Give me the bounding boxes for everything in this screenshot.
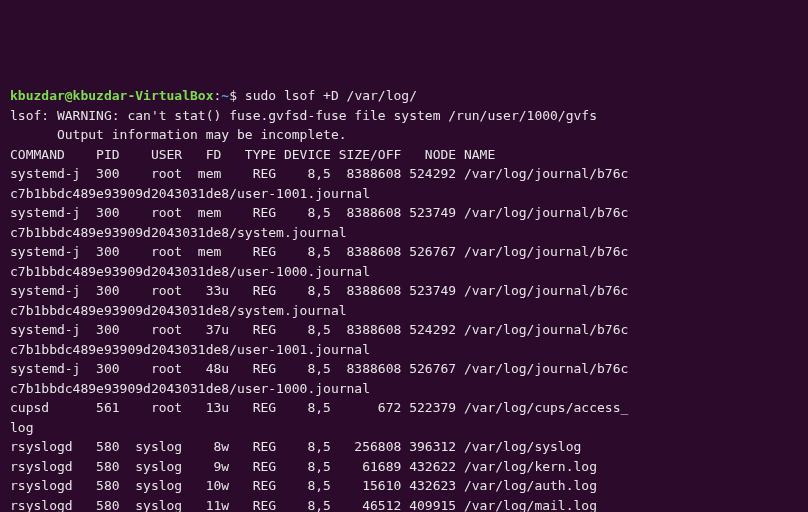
lsof-row-wrap: c7b1bbdc489e93909d2043031de8/system.jour…	[10, 303, 347, 318]
lsof-row: systemd-j 300 root 33u REG 8,5 8388608 5…	[10, 283, 628, 298]
lsof-row: rsyslogd 580 syslog 8w REG 8,5 256808 39…	[10, 439, 581, 454]
lsof-row: systemd-j 300 root 48u REG 8,5 8388608 5…	[10, 361, 628, 376]
lsof-row: systemd-j 300 root mem REG 8,5 8388608 5…	[10, 205, 628, 220]
lsof-row-wrap: c7b1bbdc489e93909d2043031de8/user-1000.j…	[10, 381, 370, 396]
prompt-suffix: $	[229, 88, 245, 103]
lsof-row-wrap: c7b1bbdc489e93909d2043031de8/system.jour…	[10, 225, 347, 240]
lsof-row-wrap: c7b1bbdc489e93909d2043031de8/user-1001.j…	[10, 342, 370, 357]
lsof-row-wrap: c7b1bbdc489e93909d2043031de8/user-1001.j…	[10, 186, 370, 201]
lsof-row: cupsd 561 root 13u REG 8,5 672 522379 /v…	[10, 400, 628, 415]
lsof-row-wrap: c7b1bbdc489e93909d2043031de8/user-1000.j…	[10, 264, 370, 279]
lsof-warning-line1: lsof: WARNING: can't stat() fuse.gvfsd-f…	[10, 108, 597, 123]
lsof-row: rsyslogd 580 syslog 11w REG 8,5 46512 40…	[10, 498, 597, 513]
lsof-row: rsyslogd 580 syslog 10w REG 8,5 15610 43…	[10, 478, 597, 493]
lsof-header: COMMAND PID USER FD TYPE DEVICE SIZE/OFF…	[10, 147, 495, 162]
lsof-row: rsyslogd 580 syslog 9w REG 8,5 61689 432…	[10, 459, 597, 474]
lsof-row: systemd-j 300 root 37u REG 8,5 8388608 5…	[10, 322, 628, 337]
terminal-prompt: kbuzdar@kbuzdar-VirtualBox:~$	[10, 88, 245, 103]
lsof-row-wrap: log	[10, 420, 33, 435]
lsof-output: systemd-j 300 root mem REG 8,5 8388608 5…	[10, 164, 798, 512]
prompt-path: ~	[221, 88, 229, 103]
lsof-row: systemd-j 300 root mem REG 8,5 8388608 5…	[10, 244, 628, 259]
lsof-warning-line2: Output information may be incomplete.	[10, 127, 347, 142]
lsof-row: systemd-j 300 root mem REG 8,5 8388608 5…	[10, 166, 628, 181]
command-input[interactable]: sudo lsof +D /var/log/	[245, 88, 417, 103]
prompt-userhost: kbuzdar@kbuzdar-VirtualBox	[10, 88, 214, 103]
